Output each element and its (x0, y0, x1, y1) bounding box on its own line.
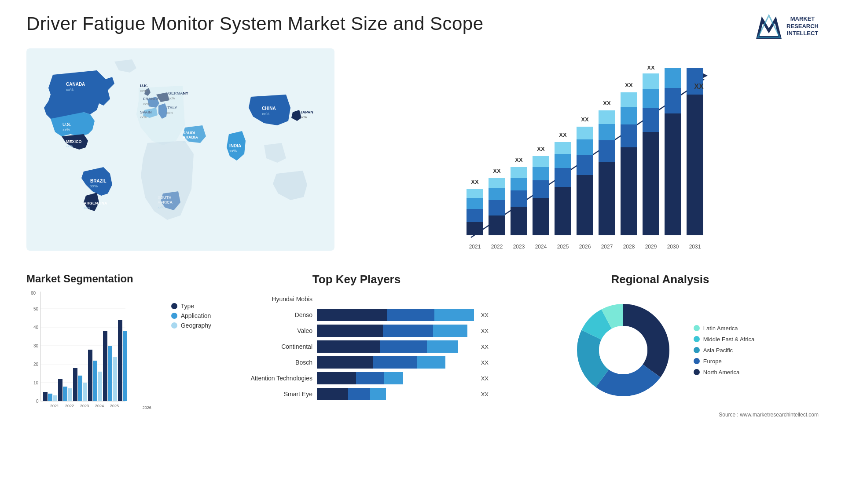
svg-rect-58 (533, 180, 549, 198)
svg-rect-119 (53, 395, 57, 401)
svg-rect-71 (577, 139, 593, 155)
svg-rect-41 (467, 198, 483, 209)
player-name-smarteye: Smart Eye (224, 391, 312, 398)
regional-legend: Latin America Middle East & Africa Asia … (694, 325, 754, 376)
svg-text:XX: XX (669, 66, 677, 67)
svg-rect-126 (78, 376, 82, 401)
svg-text:XX: XX (694, 83, 704, 90)
segmentation-legend: Type Application Geography (162, 294, 211, 410)
svg-text:CHINA: CHINA (262, 106, 276, 111)
regional-title: Regional Analysis (502, 273, 819, 286)
reg-legend-na: North America (694, 369, 754, 376)
players-list: Hyundai Mobis Denso XX Valeo (224, 293, 489, 400)
player-row-valeo: Valeo XX (224, 325, 489, 337)
reg-dot-mea (694, 336, 700, 342)
segment-container: Market Segmentation 0 10 20 30 40 50 60 (26, 273, 211, 457)
svg-text:2023: 2023 (80, 404, 89, 408)
svg-text:60: 60 (31, 291, 36, 296)
svg-text:2025: 2025 (110, 404, 119, 408)
svg-text:2021: 2021 (50, 404, 59, 408)
reg-legend-apac: Asia Pacific (694, 347, 754, 354)
player-row-hyundai: Hyundai Mobis (224, 293, 489, 305)
reg-label-latin: Latin America (703, 325, 738, 332)
svg-rect-84 (621, 92, 637, 107)
svg-rect-42 (467, 189, 483, 198)
svg-rect-127 (83, 383, 87, 401)
reg-legend-europe: Europe (694, 358, 754, 365)
player-name-attention: Attention Technologies (224, 375, 312, 382)
page-title: Driver Fatigue Monitor System Market Siz… (26, 13, 484, 34)
svg-text:xx%: xx% (66, 88, 73, 92)
regional-inner: Latin America Middle East & Africa Asia … (502, 293, 819, 407)
svg-text:10: 10 (33, 380, 39, 385)
player-name-continental: Continental (224, 343, 312, 350)
player-xx-bosch: XX (481, 359, 489, 366)
svg-rect-133 (103, 331, 107, 401)
logo-container: MARKET RESEARCH INTELLECT (756, 13, 819, 40)
svg-rect-53 (511, 178, 527, 190)
logo-text: MARKET RESEARCH INTELLECT (786, 15, 819, 38)
legend-type: Type (171, 303, 211, 310)
segmentation-chart: 0 10 20 30 40 50 60 (26, 289, 128, 408)
legend-dot-application (171, 313, 177, 319)
player-name-denso: Denso (224, 311, 312, 318)
svg-text:2024: 2024 (535, 244, 547, 250)
player-bar-bosch (317, 356, 474, 369)
svg-text:xx%: xx% (84, 206, 90, 210)
svg-rect-47 (489, 188, 505, 200)
segmentation-title: Market Segmentation (26, 273, 211, 285)
regional-donut (566, 293, 680, 407)
svg-rect-90 (643, 73, 659, 89)
svg-rect-81 (621, 147, 637, 235)
svg-rect-134 (108, 346, 112, 401)
svg-text:XX: XX (647, 66, 655, 71)
svg-rect-46 (489, 200, 505, 215)
legend-application: Application (171, 312, 211, 319)
player-xx-continental: XX (481, 343, 489, 350)
svg-text:50: 50 (33, 307, 39, 311)
svg-text:2026: 2026 (579, 244, 591, 250)
svg-rect-45 (489, 215, 505, 235)
player-row-denso: Denso XX (224, 309, 489, 321)
player-xx-valeo: XX (481, 328, 489, 334)
svg-rect-117 (43, 392, 48, 401)
svg-text:xx%: xx% (300, 115, 307, 119)
svg-rect-75 (599, 162, 615, 235)
svg-text:XX: XX (603, 100, 611, 106)
svg-text:2029: 2029 (645, 244, 657, 250)
player-bar-attention (317, 372, 474, 384)
reg-label-apac: Asia Pacific (703, 347, 733, 354)
svg-text:xx%: xx% (90, 184, 98, 188)
svg-rect-59 (533, 167, 549, 180)
svg-rect-89 (643, 89, 659, 108)
svg-rect-76 (599, 140, 615, 162)
map-container: CANADA xx% U.S. xx% MEXICO xx% BRAZIL xx… (26, 48, 334, 259)
svg-rect-60 (533, 156, 549, 167)
player-name-valeo: Valeo (224, 327, 312, 334)
svg-rect-138 (123, 331, 127, 401)
svg-text:ARABIA: ARABIA (183, 135, 198, 139)
player-name-hyundai: Hyundai Mobis (224, 296, 312, 303)
svg-text:U.K.: U.K. (140, 84, 148, 88)
player-bar-continental (317, 340, 474, 353)
player-xx-attention: XX (481, 375, 489, 382)
svg-text:40: 40 (33, 325, 39, 330)
svg-rect-48 (489, 178, 505, 188)
svg-text:30: 30 (33, 343, 39, 348)
svg-text:ARGENTINA: ARGENTINA (84, 201, 107, 205)
growth-bar-chart: XX 2021 XX 2022 XX 2023 (352, 66, 819, 259)
reg-legend-latin: Latin America (694, 325, 754, 332)
svg-text:XX: XX (493, 168, 501, 174)
svg-rect-57 (533, 198, 549, 235)
svg-rect-99 (687, 68, 703, 95)
svg-rect-63 (555, 187, 571, 235)
svg-text:xx%: xx% (229, 149, 237, 153)
svg-rect-52 (511, 190, 527, 207)
reg-dot-latin (694, 325, 700, 331)
player-xx-smarteye: XX (481, 391, 489, 398)
svg-text:XX: XX (471, 179, 479, 185)
legend-geography: Geography (171, 322, 211, 329)
reg-label-na: North America (703, 369, 739, 376)
svg-text:XX: XX (625, 82, 633, 88)
svg-text:0: 0 (36, 399, 39, 404)
